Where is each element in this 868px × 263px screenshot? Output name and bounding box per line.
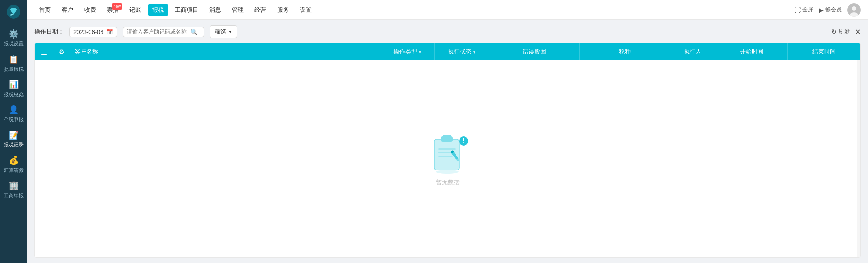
sidebar-item-gongshangnianabao[interactable]: 🏢 工商年报 (0, 177, 27, 202)
nav-item-guanli[interactable]: 管理 (227, 4, 248, 16)
th-end-time: 结束时间 (788, 43, 860, 60)
settings-icon: ⚙️ (9, 29, 19, 39)
user-avatar[interactable] (847, 3, 861, 17)
settlement-icon: 💰 (9, 155, 19, 166)
sidebar-item-baoshuizonglan[interactable]: 📊 报税总览 (0, 76, 27, 101)
empty-svg (427, 131, 468, 176)
empty-illustration: 暂无数据 (427, 131, 468, 186)
th-zhixing-status: 执行状态 ▾ (435, 43, 489, 60)
svg-point-2 (852, 6, 856, 11)
column-settings-icon[interactable]: ⚙ (59, 48, 65, 55)
table-header: ⚙ 客户名称 操作类型 ▾ 执行状态 ▾ 错误股因 税种 (35, 43, 860, 60)
th-cuowu-reason: 错误股因 (489, 43, 580, 60)
sidebar-label-baoshuizonglan: 报税总览 (4, 91, 24, 97)
toolbar-right: ↻ 刷新 ✕ (831, 28, 861, 36)
sidebar-item-baoshuijilu[interactable]: 📝 报税记录 (0, 127, 27, 152)
nav-items: 首页 客户 收费 票据 new 记账 报税 工商项目 消息 管理 经营 服务 设… (34, 4, 794, 16)
th-shui-type: 税种 (580, 43, 670, 60)
svg-rect-10 (438, 156, 453, 157)
date-label: 操作日期： (34, 28, 64, 36)
fullscreen-button[interactable]: ⛶ 全屏 (794, 6, 813, 14)
nav-item-shoufei[interactable]: 收费 (80, 4, 101, 16)
overview-icon: 📊 (9, 79, 19, 90)
fullscreen-icon: ⛶ (794, 6, 801, 14)
video-icon: ▶ (819, 6, 824, 14)
sidebar-label-gongshangnianabao: 工商年报 (4, 192, 24, 199)
nav-item-shouye[interactable]: 首页 (34, 4, 55, 16)
th-kehu-name: 客户名称 (71, 43, 380, 60)
calendar-icon: 📅 (106, 29, 113, 35)
annual-report-icon: 🏢 (9, 180, 19, 191)
topnav-right: ⛶ 全屏 ▶ 畅会员 (794, 3, 861, 17)
search-box[interactable]: 🔍 (123, 27, 204, 37)
table-body: 暂无数据 (35, 60, 860, 257)
batch-tax-icon: 📋 (9, 54, 19, 65)
nav-item-fuwu[interactable]: 服务 (273, 4, 293, 16)
new-badge: new (112, 3, 122, 10)
search-input[interactable] (127, 29, 190, 35)
sidebar-item-baoshuishezhi[interactable]: ⚙️ 报税设置 (0, 25, 27, 51)
th-checkbox[interactable] (35, 43, 53, 60)
select-all-checkbox[interactable] (41, 49, 47, 55)
sidebar-label-huisuanqingshui: 汇算清缴 (4, 167, 24, 173)
sidebar-item-geshushenabao[interactable]: 👤 个税申报 (0, 101, 27, 127)
nav-item-piaoiuju[interactable]: 票据 new (102, 4, 123, 16)
th-start-time: 开始时间 (715, 43, 788, 60)
nav-item-gongshang[interactable]: 工商项目 (170, 4, 203, 16)
refresh-icon: ↻ (831, 28, 837, 35)
nav-item-baoshui[interactable]: 报税 (148, 4, 168, 16)
svg-rect-7 (443, 135, 451, 138)
nav-item-xiaoxi[interactable]: 消息 (205, 4, 225, 16)
chevron-down-icon: ▼ (228, 29, 233, 34)
th-zhixing-person: 执行人 (670, 43, 715, 60)
sort-zhixing-icon[interactable]: ▾ (473, 49, 475, 54)
filter-button[interactable]: 筛选 ▼ (210, 25, 238, 38)
scrollbar-track[interactable] (857, 60, 860, 257)
toolbar: 操作日期： 2023-06-06 📅 🔍 筛选 ▼ ↻ 刷新 ✕ (34, 25, 861, 38)
sidebar-label-piliangbaoshui: 批量报税 (4, 66, 24, 72)
filter-label: 筛选 (215, 28, 226, 36)
personal-tax-icon: 👤 (9, 105, 19, 115)
th-caozuo-type: 操作类型 ▾ (380, 43, 435, 60)
svg-rect-9 (438, 152, 451, 153)
sidebar-item-huisuanqingshui[interactable]: 💰 汇算清缴 (0, 151, 27, 177)
member-button[interactable]: ▶ 畅会员 (819, 6, 842, 14)
nav-item-shezhi[interactable]: 设置 (295, 4, 316, 16)
date-picker[interactable]: 2023-06-06 📅 (69, 27, 117, 37)
svg-rect-12 (463, 138, 464, 141)
sidebar-label-baoshuishezhi: 报税设置 (4, 40, 24, 47)
svg-rect-8 (438, 148, 456, 150)
sidebar-label-baoshuijilu: 报税记录 (4, 141, 24, 148)
nav-item-jingying[interactable]: 经营 (250, 4, 271, 16)
search-icon: 🔍 (190, 29, 197, 35)
main-area: 首页 客户 收费 票据 new 记账 报税 工商项目 消息 管理 经营 服务 设… (27, 0, 868, 263)
nav-item-kehu[interactable]: 客户 (57, 4, 78, 16)
record-icon: 📝 (9, 130, 19, 141)
content-area: 操作日期： 2023-06-06 📅 🔍 筛选 ▼ ↻ 刷新 ✕ (27, 20, 868, 263)
top-navigation: 首页 客户 收费 票据 new 记账 报税 工商项目 消息 管理 经营 服务 设… (27, 0, 868, 20)
empty-text: 暂无数据 (436, 178, 460, 186)
data-table: ⚙ 客户名称 操作类型 ▾ 执行状态 ▾ 错误股因 税种 (34, 43, 861, 258)
date-value: 2023-06-06 (73, 29, 104, 35)
sort-caozuo-icon[interactable]: ▾ (419, 49, 421, 54)
nav-item-jizhang[interactable]: 记账 (125, 4, 146, 16)
close-button[interactable]: ✕ (855, 28, 861, 36)
svg-rect-13 (463, 142, 464, 143)
th-settings: ⚙ (53, 43, 71, 60)
refresh-button[interactable]: ↻ 刷新 (831, 28, 850, 36)
svg-point-17 (436, 170, 459, 174)
sidebar: ⚙️ 报税设置 📋 批量报税 📊 报税总览 👤 个税申报 📝 报税记录 💰 汇算… (0, 0, 27, 263)
app-logo[interactable] (5, 4, 22, 20)
sidebar-label-geshushenabao: 个税申报 (4, 116, 24, 122)
sidebar-item-piliangbaoshui[interactable]: 📋 批量报税 (0, 51, 27, 76)
